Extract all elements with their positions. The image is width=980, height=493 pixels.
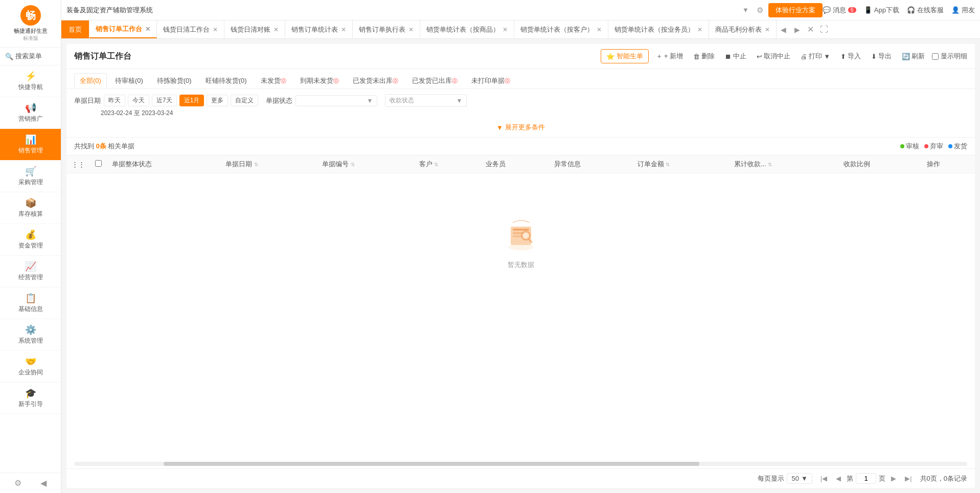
- app-download-button[interactable]: 📱 App下载: [864, 6, 899, 15]
- tab-close-icon[interactable]: ✕: [408, 26, 414, 33]
- sub-tab-shipped-out[interactable]: 已发货已出库⓪: [406, 73, 463, 88]
- sub-tab-overdue[interactable]: 到期未发货⓪: [294, 73, 345, 88]
- tab-sales-workbench[interactable]: 销售订单工作台 ✕: [89, 20, 157, 38]
- payment-select[interactable]: 收款状态 ▼: [385, 94, 467, 107]
- ship-action-button[interactable]: 发货: [948, 142, 967, 151]
- message-button[interactable]: 💬 消息 6: [823, 6, 856, 15]
- tab-product-margin[interactable]: 商品毛利分析表 ✕: [709, 20, 777, 38]
- h-scrollbar-thumb[interactable]: [164, 462, 699, 466]
- page-number-input[interactable]: [856, 473, 876, 484]
- export-button[interactable]: ⬇ 导出: [868, 50, 895, 63]
- col-abnormal[interactable]: 异常信息: [549, 155, 632, 173]
- date-btn-custom[interactable]: 自定义: [231, 95, 258, 106]
- tab-close-icon[interactable]: ✕: [274, 26, 279, 33]
- page-size-select-box[interactable]: 50 ▼: [787, 473, 812, 484]
- cancel-stop-button[interactable]: ↩ 取消中止: [754, 50, 793, 63]
- tab-close-icon[interactable]: ✕: [597, 26, 602, 33]
- sidebar-item-inventory[interactable]: 📦 库存核算: [0, 192, 61, 224]
- sidebar-item-search[interactable]: 🔍 搜索菜单: [0, 48, 61, 65]
- sort-icon: ⇅: [434, 162, 438, 167]
- sidebar-item-basics[interactable]: 📋 基础信息: [0, 287, 61, 319]
- tab-home[interactable]: 首页: [61, 20, 89, 38]
- marketing-icon: 📢: [25, 102, 36, 114]
- topbar-settings-icon[interactable]: ⚙: [757, 6, 763, 15]
- col-no[interactable]: 单据编号 ⇅: [317, 155, 414, 173]
- sub-tab-pending-check[interactable]: 待拣验货(0): [151, 73, 197, 88]
- date-btn-7days[interactable]: 近7天: [152, 95, 177, 106]
- col-staff[interactable]: 业务员: [481, 155, 549, 173]
- tab-cash-daily[interactable]: 钱货日清工作台 ✕: [157, 20, 224, 38]
- sub-tab-all[interactable]: 全部(0): [74, 73, 107, 88]
- sidebar-item-marketing[interactable]: 📢 营销推广: [0, 97, 61, 129]
- sidebar-item-finance[interactable]: 💰 资金管理: [0, 224, 61, 256]
- sidebar-item-operations[interactable]: 📈 经营管理: [0, 256, 61, 287]
- col-accumulated[interactable]: 累计收款... ⇅: [729, 155, 838, 173]
- col-checkbox[interactable]: [90, 155, 107, 173]
- tab-sales-single-staff[interactable]: 销货单统计表（按业务员） ✕: [608, 20, 709, 38]
- sidebar-item-corp[interactable]: 🤝 企业协同: [0, 351, 61, 383]
- tab-cash-reconcile[interactable]: 钱货日清对账 ✕: [224, 20, 285, 38]
- select-all-checkbox[interactable]: [95, 160, 102, 167]
- tab-close-icon[interactable]: ✕: [145, 26, 150, 33]
- page-next-button[interactable]: ▶: [888, 474, 899, 483]
- stop-button[interactable]: ⏹ 中止: [722, 50, 749, 63]
- sub-tab-shipped-not-out[interactable]: 已发货未出库⓪: [347, 73, 404, 88]
- date-btn-more[interactable]: 更多: [207, 95, 228, 106]
- page-first-button[interactable]: |◀: [817, 474, 830, 483]
- page-nav: |◀ ◀ 第 页 ▶ ▶|: [817, 473, 915, 484]
- smart-gen-button[interactable]: ⭐ 智能生单: [601, 49, 649, 63]
- user-button[interactable]: 👤 用友: [951, 6, 975, 15]
- status-select[interactable]: ▼: [295, 95, 377, 106]
- sub-tab-wangpu[interactable]: 旺铺待发货(0): [200, 73, 253, 88]
- collapse-button[interactable]: ◀: [40, 478, 47, 488]
- refresh-button[interactable]: 🔄 刷新: [899, 50, 928, 63]
- page-label: 第: [847, 474, 853, 483]
- sub-tab-pending-review[interactable]: 待审核(0): [109, 73, 149, 88]
- abandon-action-button[interactable]: 弃审: [924, 142, 943, 151]
- tab-sales-stats[interactable]: 销售订单统计表 ✕: [285, 20, 353, 38]
- page-prev-button[interactable]: ◀: [833, 474, 844, 483]
- tab-sales-single-product[interactable]: 销货单统计表（按商品） ✕: [420, 20, 514, 38]
- delete-button[interactable]: 🗑 删除: [690, 50, 718, 63]
- review-action-button[interactable]: 审核: [900, 142, 919, 151]
- h-scrollbar[interactable]: [74, 462, 967, 466]
- col-amount[interactable]: 订单金额 ⇅: [632, 155, 729, 173]
- sub-tab-not-printed[interactable]: 未打印单据⓪: [466, 73, 516, 88]
- sub-tab-not-shipped[interactable]: 未发货⓪: [255, 73, 292, 88]
- expand-filter-button[interactable]: ▼ 展开更多条件: [496, 123, 545, 132]
- tab-close-icon[interactable]: ✕: [503, 26, 508, 33]
- tab-close-icon[interactable]: ✕: [697, 26, 702, 33]
- industry-btn[interactable]: 体验行业方案: [768, 3, 823, 17]
- online-service-button[interactable]: 🎧 在线客服: [907, 6, 944, 15]
- sidebar-item-quick-nav[interactable]: ⚡ 快捷导航: [0, 65, 61, 97]
- tab-close-icon[interactable]: ✕: [213, 26, 218, 33]
- show-detail-checkbox[interactable]: 显示明细: [932, 52, 967, 61]
- tab-close-all-icon[interactable]: ✕: [804, 25, 817, 34]
- sidebar-item-sales[interactable]: 📊 销售管理: [0, 129, 61, 161]
- date-btn-today[interactable]: 今天: [128, 95, 149, 106]
- system-title-chevron-icon[interactable]: ▼: [742, 6, 749, 14]
- col-status[interactable]: 单据整体状态: [107, 155, 220, 173]
- page-last-button[interactable]: ▶|: [902, 474, 915, 483]
- tab-scroll-right-icon[interactable]: ▶: [790, 26, 804, 34]
- tab-close-icon[interactable]: ✕: [341, 26, 346, 33]
- tab-maximize-icon[interactable]: ⛶: [817, 25, 831, 34]
- page-content: 销售订单工作台 ⭐ 智能生单 ＋ + 新增 🗑 删除 ⏹: [61, 39, 980, 493]
- col-client[interactable]: 客户 ⇅: [414, 155, 481, 173]
- tab-close-icon[interactable]: ✕: [765, 26, 770, 33]
- sidebar-item-purchase[interactable]: 🛒 采购管理: [0, 161, 61, 192]
- tab-sales-exec[interactable]: 销售订单执行表 ✕: [353, 20, 420, 38]
- tab-scroll-left-icon[interactable]: ◀: [777, 26, 790, 34]
- pagination: 每页显示 50 ▼ |◀ ◀ 第 页 ▶ ▶| 共0页，0条记录: [66, 468, 975, 488]
- col-date[interactable]: 单据日期 ⇅: [220, 155, 317, 173]
- add-button[interactable]: ＋ + 新增: [653, 50, 686, 63]
- sidebar-item-newbie[interactable]: 🎓 新手引导: [0, 383, 61, 414]
- settings-button[interactable]: ⚙: [14, 478, 21, 488]
- tab-sales-single-client[interactable]: 销货单统计表（按客户） ✕: [514, 20, 608, 38]
- print-button[interactable]: 🖨 打印 ▼: [797, 50, 833, 63]
- import-button[interactable]: ⬆ 导入: [837, 50, 864, 63]
- sidebar-item-system[interactable]: ⚙️ 系统管理: [0, 319, 61, 351]
- date-btn-1month[interactable]: 近1月: [179, 95, 204, 106]
- show-detail-input[interactable]: [932, 53, 939, 60]
- date-btn-yesterday[interactable]: 昨天: [104, 95, 125, 106]
